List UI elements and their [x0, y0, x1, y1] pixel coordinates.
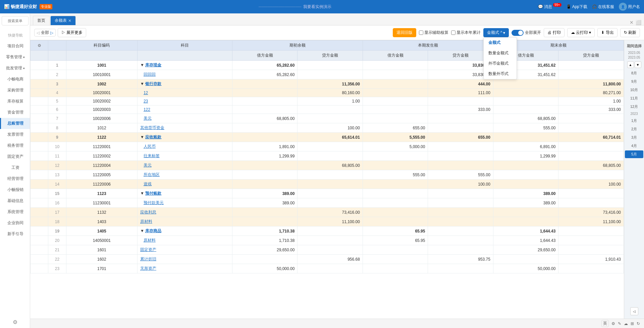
sidebar-item-operations[interactable]: 经营管理 [0, 173, 30, 184]
sidebar-item-collab[interactable]: 企业协同 [0, 217, 30, 228]
row-subject[interactable]: 固定资产 [137, 245, 232, 255]
online-service-btn[interactable]: 🎧 在线客服 [592, 4, 614, 10]
checkbox-auxiliary[interactable]: 显示辅助核算 [419, 30, 448, 36]
row-num: 14 [48, 180, 66, 189]
arrow-left-icon[interactable]: ◁ [37, 30, 40, 35]
messages-btn[interactable]: 💬 消息 99+ [538, 4, 561, 10]
tab-close-icon[interactable]: ✕ [68, 18, 71, 23]
year-checkbox[interactable] [451, 30, 455, 35]
sidebar-item-ledger[interactable]: 总账管理 [0, 118, 30, 129]
row-subject[interactable]: 原材料 [137, 217, 232, 226]
row-subject[interactable]: 预付款美元 [137, 198, 232, 208]
cloud-print-btn[interactable]: ☁ 云打印 ▾ [567, 28, 595, 37]
demo-link[interactable]: 我要看实例演示 [303, 4, 331, 10]
auxiliary-checkbox[interactable] [419, 30, 423, 35]
format-option-qty-amount[interactable]: 数量金额式 [484, 48, 517, 58]
tab-home[interactable]: 首页 [33, 16, 50, 25]
row-subject[interactable]: 无形资产 [137, 264, 232, 273]
period-month-8[interactable]: 8月 [625, 69, 643, 77]
sidebar-item-expense[interactable]: 小畅报销 [0, 184, 30, 195]
sidebar-item-capital[interactable]: 资金管理 [0, 107, 30, 118]
period-month-1[interactable]: 1月 [625, 117, 643, 125]
period-month-12[interactable]: 12月 [625, 103, 643, 111]
sidebar-item-purchase[interactable]: 采购管理 [0, 85, 30, 96]
period-month-5[interactable]: 5月 [625, 150, 643, 158]
row-subject[interactable]: ▼ 预付账款 [137, 189, 232, 198]
row-subject[interactable]: 12 [137, 89, 232, 97]
column-settings-icon[interactable]: ⚙ [38, 43, 41, 48]
print-btn[interactable]: 🖨 打印 [544, 28, 564, 37]
row-subject[interactable]: 往来标签 [137, 151, 232, 161]
sidebar-item-payroll[interactable]: 工资 [0, 162, 30, 173]
tab-balance[interactable]: 余额表 ✕ [50, 16, 76, 25]
period-prev-btn[interactable]: ▲ [627, 61, 634, 68]
period-collapse-btn[interactable]: ◁ [630, 307, 638, 315]
user-avatar[interactable]: 👤 用户名 [619, 3, 640, 11]
row-code: 1601 [66, 245, 137, 255]
checkbox-year[interactable]: 显示本年累计 [451, 30, 481, 36]
row-subject[interactable]: 累计折旧 [137, 255, 232, 264]
sidebar-item-invoice[interactable]: 发票管理 [0, 129, 30, 140]
sidebar-item-quick-nav[interactable]: 快捷导航 [0, 30, 30, 41]
lang-btn[interactable]: 英 [601, 320, 609, 327]
row-subject[interactable]: 原材料 [137, 236, 232, 245]
sidebar-item-basic-info[interactable]: 基础信息 [0, 195, 30, 206]
period-month-9[interactable]: 9月 [625, 78, 643, 85]
row-subject[interactable]: ▼ 库存现金 [137, 61, 232, 70]
export-btn[interactable]: ⬇ 导出 [597, 28, 617, 37]
row-subject[interactable]: ▼ 应收账款 [137, 133, 232, 142]
period-month-11[interactable]: 11月 [625, 94, 643, 102]
row-subject[interactable]: 所在地区 [137, 170, 232, 180]
row-cp-debit [363, 161, 428, 170]
row-subject[interactable]: 应收利息 [137, 208, 232, 217]
sidebar-item-wholesale[interactable]: 批发管理 ▾ [0, 63, 30, 74]
edit-icon[interactable]: ✎ [618, 321, 621, 326]
row-subject[interactable]: 遊戏 [137, 180, 232, 189]
sidebar-item-system[interactable]: 系统管理 [0, 206, 30, 217]
app-download-btn[interactable]: 📱 App下载 [566, 4, 587, 10]
format-option-qty-foreign[interactable]: 数量外币式 [484, 69, 517, 79]
settings-bottom-icon[interactable]: ⚙ [611, 321, 615, 326]
period-month-10[interactable]: 10月 [625, 86, 643, 94]
row-ob-debit [232, 255, 298, 264]
row-code: 1122 [66, 133, 137, 142]
sidebar-item-inventory[interactable]: 库存核算 [0, 96, 30, 107]
period-month-4[interactable]: 4月 [625, 142, 643, 150]
sidebar-item-retail[interactable]: 零售管理 ▾ [0, 52, 30, 63]
expand-toggle[interactable]: 全部展开 [512, 30, 541, 36]
row-subject[interactable]: 回回回 [137, 70, 232, 79]
period-next-btn[interactable]: ▼ [635, 61, 641, 68]
row-subject[interactable]: ▼ 库存商品 [137, 226, 232, 236]
arrow-right-icon[interactable]: ▷ [50, 30, 53, 35]
format-dropdown-menu: 金额式 数量金额式 外币金额式 数量外币式 [483, 37, 517, 79]
row-subject[interactable]: 其他货币资金 [137, 123, 232, 133]
row-subject[interactable]: 美元 [137, 161, 232, 170]
refresh-bottom-icon[interactable]: ↻ [637, 321, 640, 326]
window-max-btn[interactable]: ⬜ [636, 20, 641, 25]
cloud-bottom-icon[interactable]: ☁ [624, 321, 628, 326]
period-month-2[interactable]: 2月 [625, 125, 643, 133]
settings-icon[interactable]: ⚙ [13, 319, 17, 325]
row-subject[interactable]: 23 [137, 97, 232, 106]
sidebar-item-project[interactable]: 项目合同 [0, 41, 30, 52]
period-month-3[interactable]: 3月 [625, 134, 643, 141]
chevron-down-icon: ▾ [503, 30, 505, 35]
toggle-track[interactable] [512, 30, 524, 36]
grid-icon[interactable]: ⊞ [631, 321, 634, 326]
row-subject[interactable]: 122 [137, 106, 232, 114]
refresh-btn[interactable]: ↻ 刷新 [620, 28, 640, 37]
sidebar-item-guide[interactable]: 新手引导 [0, 228, 30, 240]
sidebar-item-ecommerce[interactable]: 小畅电商 [0, 74, 30, 85]
format-option-foreign-amount[interactable]: 外币金额式 [484, 58, 517, 69]
window-close-btn[interactable]: ✕ [630, 20, 634, 25]
sidebar-item-fixed-assets[interactable]: 固定资产 [0, 151, 30, 162]
return-old-btn[interactable]: 退回旧版 [393, 28, 416, 37]
sidebar-item-tax[interactable]: 税务管理 [0, 140, 30, 151]
format-dropdown-btn[interactable]: 金额式 ^ ▾ [483, 28, 509, 37]
row-subject[interactable]: ▼ 银行存款 [137, 79, 232, 89]
format-option-amount[interactable]: 金额式 [484, 38, 517, 48]
row-subject[interactable]: 人民币 [137, 142, 232, 151]
row-subject[interactable]: 美元 [137, 114, 232, 123]
search-input[interactable] [2, 16, 29, 25]
expand-more-btn[interactable]: ▷ 展开更多 [58, 28, 86, 37]
